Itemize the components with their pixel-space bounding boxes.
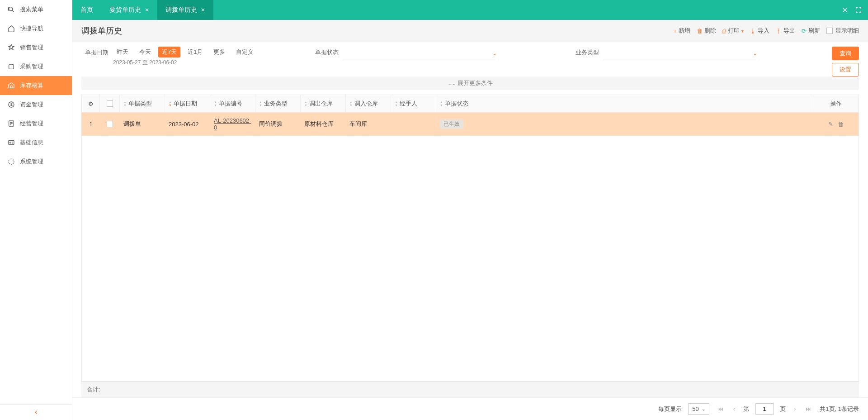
date-tabs: 昨天 今天 近7天 近1月 更多 自定义	[113, 47, 257, 57]
column-settings[interactable]: ⚙	[82, 95, 100, 112]
total-row: 合计:	[81, 382, 859, 397]
refresh-button[interactable]: ⟳刷新	[802, 27, 820, 35]
column-handler[interactable]: ▲▼经手人	[391, 95, 436, 112]
sidebar-item-sales[interactable]: 销售管理	[0, 38, 72, 57]
column-date[interactable]: ▲▼单据日期	[165, 95, 210, 112]
svg-rect-4	[10, 86, 12, 88]
sidebar-item-label: 资金管理	[20, 100, 43, 109]
column-type[interactable]: ▲▼单据类型	[120, 95, 165, 112]
print-icon: ⎙	[722, 28, 726, 34]
money-icon	[7, 100, 15, 109]
sidebar-bottom	[0, 404, 72, 420]
pager-next[interactable]: ›	[792, 406, 797, 412]
sidebar-item-purchase[interactable]: 采购管理	[0, 57, 72, 76]
fullscreen-icon[interactable]	[854, 6, 863, 14]
column-no[interactable]: ▲▼单据编号	[210, 95, 255, 112]
column-checkbox-all[interactable]	[100, 95, 120, 112]
chevron-down-icon: ▾	[741, 29, 744, 33]
cell-no-link[interactable]: AL-20230602-0	[210, 113, 255, 135]
biz-select[interactable]: ⌄	[604, 47, 757, 60]
sale-icon	[7, 43, 15, 52]
pager-prev[interactable]: ‹	[731, 406, 737, 412]
date-tab-7days[interactable]: 近7天	[158, 47, 180, 57]
print-button[interactable]: ⎙打印▾	[722, 27, 744, 35]
sort-icon: ▲▼	[259, 100, 262, 107]
sidebar-item-quicknav[interactable]: 快捷导航	[0, 19, 72, 38]
date-tab-yesterday[interactable]: 昨天	[113, 47, 132, 57]
sort-icon: ▲▼	[214, 100, 217, 107]
table-body: 1 调拨单 2023-06-02 AL-20230602-0 同价调拨 原材料仓…	[82, 113, 859, 381]
add-button[interactable]: +新增	[673, 27, 690, 35]
status-badge: 已生效	[440, 119, 463, 129]
per-page-select[interactable]: 50 ⌄	[688, 403, 709, 415]
column-out[interactable]: ▲▼调出仓库	[301, 95, 346, 112]
delete-button[interactable]: 🗑删除	[697, 27, 716, 35]
pager-first[interactable]: ⏮	[716, 406, 725, 412]
date-tab-more[interactable]: 更多	[210, 47, 229, 57]
chevron-down-icon: ⌄	[492, 50, 497, 57]
sidebar-item-search[interactable]: 搜索菜单	[0, 0, 72, 19]
cell-date: 2023-06-02	[165, 113, 210, 135]
close-icon[interactable]: ✕	[145, 7, 149, 13]
total-label: 合计:	[87, 386, 100, 393]
filter-actions: 查询 设置	[832, 47, 859, 76]
tab-label: 首页	[80, 6, 93, 14]
query-button[interactable]: 查询	[832, 47, 859, 60]
checkbox-icon	[826, 28, 833, 34]
inventory-icon	[7, 81, 15, 90]
sidebar-item-inventory[interactable]: 库存核算	[0, 76, 72, 95]
settings-button[interactable]: 设置	[832, 63, 859, 76]
date-tab-1month[interactable]: 近1月	[184, 47, 206, 57]
row-index: 1	[82, 113, 100, 135]
pager-last[interactable]: ⏭	[804, 406, 813, 412]
show-detail-checkbox[interactable]: 显示明细	[826, 27, 859, 35]
page-header: 调拨单历史 +新增 🗑删除 ⎙打印▾ ⭳导入 ⭱导出 ⟳刷新 显示明细	[72, 20, 868, 42]
filter-bar: 单据日期 昨天 今天 近7天 近1月 更多 自定义 2023-05-27 至 2…	[72, 42, 868, 76]
cell-status: 已生效	[436, 113, 813, 135]
tabs-bar: 首页 要货单历史 ✕ 调拨单历史 ✕	[72, 0, 868, 20]
column-op: 操作	[813, 95, 859, 112]
sidebar-item-funds[interactable]: 资金管理	[0, 95, 72, 114]
filter-date: 单据日期 昨天 今天 近7天 近1月 更多 自定义 2023-05-27 至 2…	[81, 47, 257, 67]
import-button[interactable]: ⭳导入	[750, 27, 769, 35]
date-tab-custom[interactable]: 自定义	[232, 47, 257, 57]
plus-icon: +	[673, 28, 677, 34]
sidebar: 搜索菜单 快捷导航 销售管理 采购管理 库存核算 资金管理 经营管理 基础信息	[0, 0, 72, 420]
column-biz[interactable]: ▲▼业务类型	[255, 95, 301, 112]
per-page-label: 每页显示	[658, 405, 682, 413]
export-button[interactable]: ⭱导出	[776, 27, 795, 35]
tab-home[interactable]: 首页	[72, 0, 101, 20]
refresh-icon: ⟳	[802, 28, 807, 34]
table-row[interactable]: 1 调拨单 2023-06-02 AL-20230602-0 同价调拨 原材料仓…	[82, 113, 859, 136]
tab-request-history[interactable]: 要货单历史 ✕	[101, 0, 157, 20]
column-in[interactable]: ▲▼调入仓库	[346, 95, 391, 112]
sort-icon: ▲▼	[123, 100, 127, 107]
tab-transfer-history[interactable]: 调拨单历史 ✕	[157, 0, 213, 20]
sidebar-item-system[interactable]: 系统管理	[0, 152, 72, 171]
edit-icon[interactable]: ✎	[828, 121, 833, 128]
sort-icon: ▲▼	[304, 100, 307, 107]
sidebar-collapse[interactable]	[0, 405, 72, 420]
sort-icon: ▲▼	[169, 100, 172, 107]
gear-icon: ⚙	[88, 100, 94, 107]
date-tab-today[interactable]: 今天	[136, 47, 155, 57]
sidebar-item-baseinfo[interactable]: 基础信息	[0, 133, 72, 152]
page-title: 调拨单历史	[81, 25, 122, 36]
svg-line-1	[12, 10, 14, 12]
pager-input[interactable]	[755, 403, 774, 415]
close-icon[interactable]: ✕	[201, 7, 205, 13]
column-status[interactable]: ▲▼单据状态	[436, 95, 813, 112]
table: ⚙ ▲▼单据类型 ▲▼单据日期 ▲▼单据编号 ▲▼业务类型 ▲▼调出仓库 ▲▼调…	[81, 95, 859, 382]
delete-icon[interactable]: 🗑	[838, 121, 844, 128]
info-icon	[7, 138, 15, 147]
sidebar-item-business[interactable]: 经营管理	[0, 114, 72, 133]
expand-conditions[interactable]: ⌄⌄ 展开更多条件	[81, 76, 859, 90]
close-all-icon[interactable]	[841, 6, 849, 14]
svg-point-14	[9, 159, 14, 164]
sort-icon: ▲▼	[395, 100, 398, 107]
chevron-down-icon: ⌄	[702, 406, 705, 411]
filter-date-label: 单据日期	[81, 47, 108, 57]
row-checkbox[interactable]	[100, 113, 120, 135]
sort-icon: ▲▼	[349, 100, 353, 107]
status-select[interactable]: ⌄	[343, 47, 497, 60]
